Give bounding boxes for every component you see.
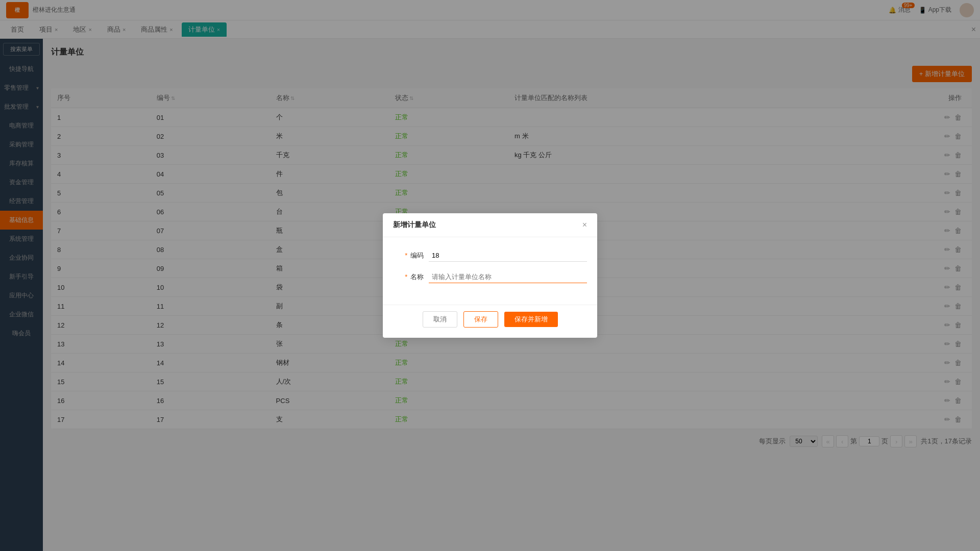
modal-overlay: 新增计量单位 × * 编码 * 名称 取消 保存 保存并新增 bbox=[0, 0, 980, 551]
cancel-button[interactable]: 取消 bbox=[423, 311, 457, 328]
required-star: * bbox=[405, 252, 407, 259]
modal-close-button[interactable]: × bbox=[582, 220, 587, 230]
modal-title: 新增计量单位 bbox=[393, 220, 436, 230]
save-and-new-button[interactable]: 保存并新增 bbox=[504, 312, 558, 327]
code-input[interactable] bbox=[429, 249, 587, 262]
required-star: * bbox=[405, 273, 407, 281]
code-label: * 编码 bbox=[393, 251, 424, 260]
code-form-row: * 编码 bbox=[393, 249, 587, 262]
add-unit-modal: 新增计量单位 × * 编码 * 名称 取消 保存 保存并新增 bbox=[383, 213, 597, 338]
save-button[interactable]: 保存 bbox=[463, 311, 498, 328]
name-label: * 名称 bbox=[393, 272, 424, 282]
modal-body: * 编码 * 名称 bbox=[383, 237, 597, 305]
modal-footer: 取消 保存 保存并新增 bbox=[383, 305, 597, 338]
name-input[interactable] bbox=[429, 271, 587, 283]
modal-header: 新增计量单位 × bbox=[383, 213, 597, 237]
name-form-row: * 名称 bbox=[393, 271, 587, 283]
